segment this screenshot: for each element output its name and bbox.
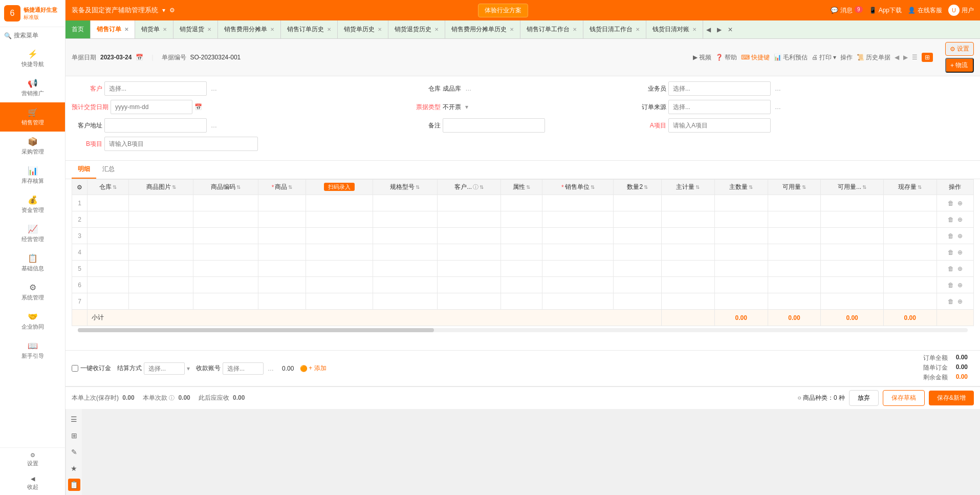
row-action[interactable]: 🗑 ⊕ (937, 293, 973, 310)
row-warehouse[interactable] (88, 211, 129, 228)
row-spec[interactable] (373, 293, 437, 310)
row-product[interactable] (258, 195, 306, 211)
sidebar-item-marketing[interactable]: 📢 营销推广 (0, 73, 65, 102)
copy-icon[interactable]: ⊕ (957, 232, 963, 240)
row-available2[interactable] (821, 228, 884, 244)
tab-close-icon[interactable]: ✕ (573, 27, 577, 32)
row-unit[interactable] (542, 244, 614, 261)
shortcut-button[interactable]: ⌨ 快捷键 (741, 53, 770, 62)
col-available[interactable]: 可用量⇅ (768, 180, 821, 195)
row-customer-code[interactable] (437, 293, 500, 310)
sidebar-item-inventory[interactable]: 📊 库存核算 (0, 161, 65, 190)
row-qty2[interactable] (614, 195, 662, 211)
row-stock[interactable] (883, 195, 937, 211)
row-customer-code[interactable] (437, 261, 500, 277)
row-action[interactable]: 🗑 ⊕ (937, 261, 973, 277)
delete-icon[interactable]: 🗑 (948, 216, 954, 223)
row-image[interactable] (129, 195, 193, 211)
col-product[interactable]: * 商品⇅ (258, 180, 306, 195)
row-warehouse[interactable] (88, 228, 129, 244)
row-product[interactable] (258, 244, 306, 261)
row-unit[interactable] (542, 293, 614, 310)
nav-prev-btn[interactable]: ◀ (895, 54, 899, 61)
row-customer-code[interactable] (437, 228, 500, 244)
row-available[interactable] (768, 293, 821, 310)
online-service-button[interactable]: 👤 在线客服 (908, 6, 942, 15)
row-product[interactable] (258, 211, 306, 228)
col-customer-code[interactable]: 客户... ⓘ⇅ (437, 180, 500, 195)
col-qty2[interactable]: 数量2⇅ (614, 180, 662, 195)
row-scan[interactable] (306, 211, 373, 228)
copy-icon[interactable]: ⊕ (957, 265, 963, 272)
row-spec[interactable] (373, 195, 437, 211)
row-image[interactable] (129, 277, 193, 293)
row-scan[interactable] (306, 277, 373, 293)
delivery-date-input[interactable] (111, 100, 192, 114)
row-available2[interactable] (821, 211, 884, 228)
add-material-button[interactable]: + 物流 (945, 58, 974, 73)
row-unit[interactable] (542, 195, 614, 211)
col-settings[interactable]: ⚙ (72, 180, 88, 195)
sidebar-collapse[interactable]: ◀ 收起 (0, 471, 65, 495)
table-row[interactable]: 2 🗑 ⊕ (72, 211, 974, 228)
payment-dropdown-icon[interactable]: ▾ (187, 365, 190, 372)
view-toggle-btn[interactable]: ☰ (912, 54, 918, 61)
table-row[interactable]: 5 🗑 ⊕ (72, 261, 974, 277)
copy-icon[interactable]: ⊕ (957, 298, 963, 305)
tab-next-btn[interactable]: ▶ (714, 20, 725, 38)
row-main-qty[interactable] (714, 261, 768, 277)
tab-prev-btn[interactable]: ◀ (703, 20, 714, 38)
row-available[interactable] (768, 261, 821, 277)
table-row[interactable]: 6 🗑 ⊕ (72, 277, 974, 293)
right-panel-btn2[interactable]: ⊞ (68, 429, 80, 442)
row-available2[interactable] (821, 261, 884, 277)
row-attr[interactable] (501, 195, 542, 211)
tab-close-icon[interactable]: ✕ (636, 27, 640, 32)
row-stock[interactable] (883, 211, 937, 228)
row-available[interactable] (768, 244, 821, 261)
row-code[interactable] (193, 228, 258, 244)
row-warehouse[interactable] (88, 261, 129, 277)
row-main-measure[interactable] (662, 211, 715, 228)
address-input[interactable] (104, 118, 207, 133)
dropdown-icon[interactable]: ▾ (162, 7, 165, 14)
expand-btn[interactable]: ⊞ (922, 53, 933, 62)
col-attr[interactable]: 属性⇅ (501, 180, 542, 195)
account-more-btn[interactable]: … (266, 365, 276, 372)
row-image[interactable] (129, 261, 193, 277)
sidebar-item-purchase[interactable]: 📦 采购管理 (0, 132, 65, 161)
row-main-qty[interactable] (714, 277, 768, 293)
delete-icon[interactable]: 🗑 (948, 298, 954, 305)
row-main-measure[interactable] (662, 261, 715, 277)
row-spec[interactable] (373, 277, 437, 293)
row-product[interactable] (258, 228, 306, 244)
row-attr[interactable] (501, 261, 542, 277)
row-qty2[interactable] (614, 244, 662, 261)
row-scan[interactable] (306, 261, 373, 277)
row-attr[interactable] (501, 211, 542, 228)
row-available2[interactable] (821, 244, 884, 261)
row-main-qty[interactable] (714, 293, 768, 310)
one-click-deposit[interactable]: 一键收订金 (72, 364, 111, 373)
row-warehouse[interactable] (88, 244, 129, 261)
staff-more-btn[interactable]: … (773, 85, 783, 92)
sidebar-settings[interactable]: ⚙ 设置 (0, 448, 65, 471)
print-dropdown-icon[interactable]: ▾ (833, 54, 836, 61)
tab-close-icon[interactable]: ✕ (327, 27, 331, 32)
row-main-qty[interactable] (714, 244, 768, 261)
row-unit[interactable] (542, 261, 614, 277)
row-spec[interactable] (373, 261, 437, 277)
row-qty2[interactable] (614, 277, 662, 293)
col-image[interactable]: 商品图片⇅ (129, 180, 193, 195)
row-main-measure[interactable] (662, 228, 715, 244)
print-button[interactable]: 🖨 打印 ▾ (812, 53, 836, 62)
row-image[interactable] (129, 244, 193, 261)
tab-close-icon[interactable]: ✕ (270, 27, 274, 32)
calendar2-icon[interactable]: 📅 (194, 103, 202, 111)
remark-input[interactable] (443, 118, 545, 133)
sidebar-item-enterprise[interactable]: 🤝 企业协同 (0, 307, 65, 336)
message-button[interactable]: 💬 消息 9 (831, 6, 863, 15)
sidebar-search[interactable]: 🔍 搜索菜单 (0, 27, 65, 44)
tab-cash-reconcile[interactable]: 钱货日清对账 ✕ (646, 20, 703, 38)
table-row[interactable]: 3 🗑 ⊕ (72, 228, 974, 244)
